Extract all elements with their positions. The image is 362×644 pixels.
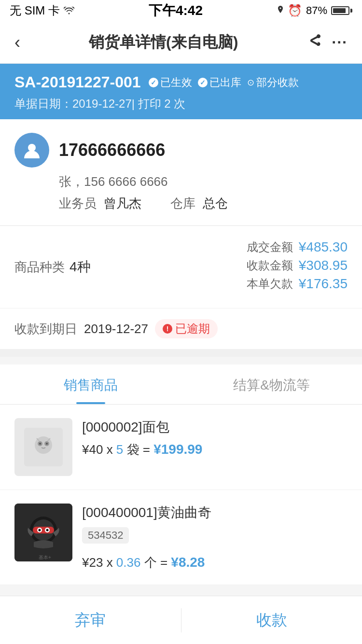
salesperson-value: 曾凡杰 <box>104 196 141 210</box>
owed-value: ¥176.35 <box>299 276 348 292</box>
badge-shipped: ✓ 已出库 <box>198 75 241 90</box>
confirm-button[interactable]: 收款 <box>181 600 362 641</box>
product-total-2: ¥8.28 <box>171 555 205 570</box>
owed-label: 本单欠款 <box>247 276 293 292</box>
warehouse-value: 总仓 <box>203 196 228 210</box>
product-info-2: [000400001]黄油曲奇 534532 ¥23 x 0.36 个 = ¥8… <box>82 504 348 571</box>
overdue-text: 已逾期 <box>175 321 210 336</box>
svg-text:基本+: 基本+ <box>39 555 51 560</box>
battery-text: 87% <box>306 4 327 17</box>
product-total-1: ¥199.99 <box>153 442 202 457</box>
received-label: 收款金额 <box>247 258 293 273</box>
location-icon <box>277 4 284 17</box>
amount-label: 成交金额 <box>247 239 293 255</box>
header-date-info: 单据日期：2019-12-27| 打印 2 次 <box>14 96 348 112</box>
product-price-row-2: ¥23 x 0.36 个 = ¥8.28 <box>82 554 348 571</box>
received-value: ¥308.95 <box>299 258 348 273</box>
bottom-bar: 弃审 收款 <box>0 596 362 644</box>
product-batch: 534532 <box>82 527 129 544</box>
svg-point-13 <box>39 529 41 532</box>
customer-avatar <box>14 133 49 168</box>
overdue-badge: ! 已逾期 <box>155 319 218 338</box>
svg-point-5 <box>39 443 41 445</box>
check-icon-2: ✓ <box>198 78 208 87</box>
page-title: 销货单详情(来自电脑) <box>89 32 238 53</box>
table-row: [0000002]面包 ¥40 x 5 袋 = ¥199.99 <box>0 405 362 490</box>
customer-section: 17666666666 张，156 6666 6666 业务员 曾凡杰 仓库 总… <box>0 119 362 225</box>
share-icon[interactable] <box>306 33 322 52</box>
salesperson-label: 业务员 <box>59 196 97 210</box>
badge-active: ✓ 已生效 <box>149 75 192 90</box>
status-bar-left: 无 SIM 卡 <box>10 3 74 18</box>
due-date: 2019-12-27 <box>84 322 148 336</box>
check-icon-1: ✓ <box>149 78 158 87</box>
header-banner: SA-20191227-001 ✓ 已生效 ✓ 已出库 ⊙ 部分收款 单据日期：… <box>0 64 362 119</box>
tabs-bar: 销售商品 结算&物流等 <box>0 364 362 405</box>
svg-point-6 <box>46 443 48 445</box>
warehouse-label: 仓库 <box>170 196 195 210</box>
amount-value: ¥485.30 <box>299 239 348 255</box>
tab-settlement-logistics[interactable]: 结算&物流等 <box>181 364 362 404</box>
customer-meta: 业务员 曾凡杰 仓库 总仓 <box>59 195 348 212</box>
kind-label: 商品种类 <box>14 259 65 276</box>
wifi-icon <box>64 4 74 17</box>
battery-icon <box>331 6 352 15</box>
customer-name-phone: 张，156 6666 6666 <box>59 173 348 190</box>
status-bar-right: ⏰ 87% <box>277 4 352 17</box>
clock-icon: ⊙ <box>247 77 254 88</box>
svg-point-0 <box>28 144 36 152</box>
alarm-icon: ⏰ <box>288 4 302 17</box>
product-price-row-1: ¥40 x 5 袋 = ¥199.99 <box>82 441 348 458</box>
product-thumbnail-2: 基本+ <box>14 504 72 561</box>
product-name-1: [0000002]面包 <box>82 418 348 436</box>
customer-id: 17666666666 <box>59 140 165 160</box>
product-name-2: [000400001]黄油曲奇 <box>82 504 348 522</box>
summary-section: 商品种类 4种 成交金额 ¥485.30 收款金额 ¥308.95 本单欠款 ¥… <box>0 226 362 308</box>
product-list: [0000002]面包 ¥40 x 5 袋 = ¥199.99 <box>0 405 362 585</box>
divider-2 <box>0 349 362 357</box>
product-qty-2: 0.36 <box>116 555 141 570</box>
product-info-1: [0000002]面包 ¥40 x 5 袋 = ¥199.99 <box>82 418 348 458</box>
due-section: 收款到期日 2019-12-27 ! 已逾期 <box>0 308 362 349</box>
more-icon[interactable]: ··· <box>332 33 348 51</box>
product-thumbnail-1 <box>14 418 72 476</box>
status-bar-time: 下午4:42 <box>149 1 203 20</box>
carrier-text: 无 SIM 卡 <box>10 3 60 18</box>
product-qty-1: 5 <box>116 442 123 457</box>
cancel-button[interactable]: 弃审 <box>0 600 181 641</box>
nav-bar: ‹ 销货单详情(来自电脑) ··· <box>0 21 362 64</box>
back-button[interactable]: ‹ <box>14 32 20 53</box>
table-row: 基本+ [000400001]黄油曲奇 534532 ¥23 x 0.36 个 … <box>0 490 362 585</box>
tab-sales-products[interactable]: 销售商品 <box>0 364 181 404</box>
nav-actions: ··· <box>306 33 348 52</box>
kind-value: 4种 <box>70 258 91 276</box>
status-badges: ✓ 已生效 ✓ 已出库 ⊙ 部分收款 <box>149 75 299 90</box>
svg-rect-10 <box>33 527 54 533</box>
overdue-icon: ! <box>163 324 172 334</box>
due-label: 收款到期日 <box>14 321 77 337</box>
badge-partial: ⊙ 部分收款 <box>247 75 299 90</box>
svg-point-14 <box>46 529 49 532</box>
order-id: SA-20191227-001 <box>14 73 141 91</box>
status-bar: 无 SIM 卡 下午4:42 ⏰ 87% <box>0 0 362 21</box>
